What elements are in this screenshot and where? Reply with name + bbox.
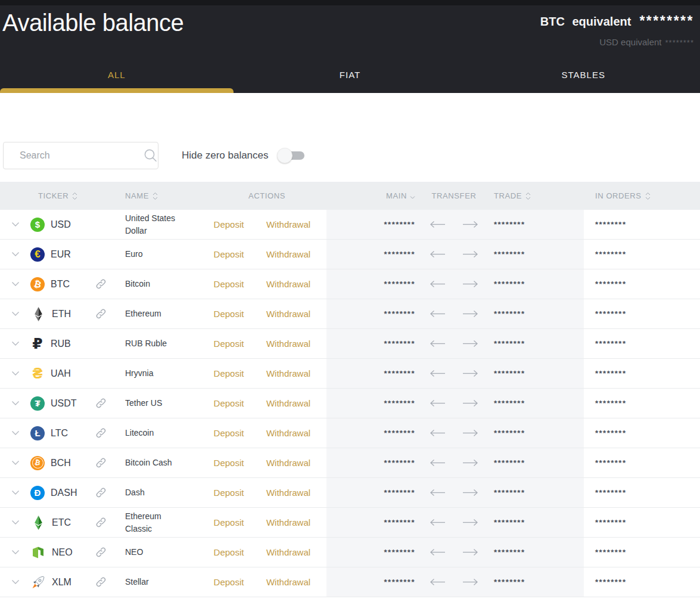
- row-expander[interactable]: [0, 299, 30, 328]
- withdrawal-link[interactable]: Withdrawal: [266, 368, 310, 378]
- transfer-left-arrow-icon[interactable]: [430, 280, 446, 288]
- deposit-link[interactable]: Deposit: [214, 219, 244, 229]
- transfer-left-arrow-icon[interactable]: [430, 578, 446, 586]
- transfer-right-arrow-icon[interactable]: [462, 399, 478, 407]
- transfer-right-arrow-icon[interactable]: [462, 280, 478, 288]
- withdrawal-link[interactable]: Withdrawal: [266, 279, 310, 289]
- transfer-left-arrow-icon[interactable]: [430, 519, 446, 526]
- row-expander[interactable]: [0, 240, 30, 269]
- deposit-link[interactable]: Deposit: [214, 339, 244, 349]
- withdrawal-link[interactable]: Withdrawal: [266, 577, 310, 587]
- withdrawal-link[interactable]: Withdrawal: [266, 398, 310, 408]
- transfer-left-arrow-icon[interactable]: [430, 250, 446, 258]
- row-expander[interactable]: [0, 478, 30, 507]
- transfer-left-arrow-icon[interactable]: [430, 221, 446, 228]
- main-balance-value: ********: [384, 280, 415, 288]
- deposit-link[interactable]: Deposit: [214, 279, 244, 289]
- transfer-right-arrow-icon[interactable]: [462, 459, 478, 467]
- transfer-left-arrow-icon[interactable]: [430, 399, 446, 407]
- chain-link-icon[interactable]: [95, 397, 107, 409]
- row-expander[interactable]: [0, 508, 30, 537]
- link-cell: [94, 567, 118, 597]
- transfer-right-arrow-icon[interactable]: [462, 370, 478, 377]
- row-expander[interactable]: [0, 538, 30, 567]
- deposit-cell: Deposit: [207, 240, 250, 269]
- deposit-link[interactable]: Deposit: [214, 547, 244, 557]
- deposit-link[interactable]: Deposit: [214, 398, 244, 408]
- chain-link-icon[interactable]: [95, 576, 107, 588]
- withdrawal-link[interactable]: Withdrawal: [266, 488, 310, 498]
- chain-link-icon[interactable]: [95, 308, 107, 320]
- link-cell: [94, 299, 118, 328]
- withdrawal-link[interactable]: Withdrawal: [266, 517, 310, 527]
- column-header-in-orders[interactable]: IN ORDERS: [584, 182, 700, 210]
- row-expander[interactable]: [0, 359, 30, 388]
- transfer-right-arrow-icon[interactable]: [462, 310, 478, 318]
- hide-zero-toggle[interactable]: [277, 148, 304, 163]
- transfer-right-arrow-icon[interactable]: [462, 250, 478, 258]
- deposit-link[interactable]: Deposit: [214, 488, 244, 498]
- tab-stables[interactable]: STABLES: [466, 57, 700, 93]
- deposit-link[interactable]: Deposit: [214, 368, 244, 378]
- main-balance-value: ********: [384, 250, 415, 259]
- deposit-link[interactable]: Deposit: [214, 458, 244, 468]
- column-header-name[interactable]: NAME: [118, 182, 207, 210]
- transfer-left-arrow-icon[interactable]: [430, 340, 446, 347]
- deposit-link[interactable]: Deposit: [214, 249, 244, 259]
- deposit-link[interactable]: Deposit: [214, 309, 244, 319]
- row-expander[interactable]: [0, 210, 30, 239]
- transfer-left-arrow-icon[interactable]: [430, 429, 446, 437]
- transfer-right-arrow-icon[interactable]: [462, 429, 478, 437]
- main-balance-cell: ********: [326, 567, 424, 597]
- row-expander[interactable]: [0, 269, 30, 299]
- deposit-link[interactable]: Deposit: [214, 428, 244, 438]
- chain-link-icon[interactable]: [95, 427, 107, 439]
- chevron-down-icon: [11, 222, 20, 227]
- row-expander[interactable]: [0, 418, 30, 448]
- ltc-coin-icon: Ł: [30, 426, 45, 440]
- withdrawal-link[interactable]: Withdrawal: [266, 309, 310, 319]
- deposit-link[interactable]: Deposit: [214, 577, 244, 587]
- transfer-right-arrow-icon[interactable]: [462, 221, 478, 228]
- transfer-right-arrow-icon[interactable]: [462, 519, 478, 526]
- column-header-ticker[interactable]: TICKER: [30, 182, 94, 210]
- withdrawal-link[interactable]: Withdrawal: [266, 219, 310, 229]
- deposit-link[interactable]: Deposit: [214, 517, 244, 527]
- ticker-cell: ₿ BCH: [30, 448, 94, 477]
- transfer-left-arrow-icon[interactable]: [430, 548, 446, 556]
- withdrawal-link[interactable]: Withdrawal: [266, 458, 310, 468]
- column-header-trade[interactable]: TRADE: [484, 182, 584, 210]
- chain-link-icon[interactable]: [95, 457, 107, 469]
- tab-all[interactable]: ALL: [0, 57, 234, 93]
- transfer-right-arrow-icon[interactable]: [462, 578, 478, 586]
- ticker-label: ETC: [52, 517, 71, 528]
- transfer-right-arrow-icon[interactable]: [462, 489, 478, 497]
- transfer-cell: [424, 240, 484, 269]
- transfer-left-arrow-icon[interactable]: [430, 489, 446, 497]
- transfer-left-arrow-icon[interactable]: [430, 459, 446, 467]
- row-expander[interactable]: [0, 567, 30, 597]
- chain-link-icon[interactable]: [95, 546, 107, 558]
- withdrawal-link[interactable]: Withdrawal: [266, 249, 310, 259]
- transfer-left-arrow-icon[interactable]: [430, 370, 446, 377]
- ticker-label: BCH: [51, 458, 71, 468]
- chain-link-icon[interactable]: [95, 486, 107, 499]
- row-expander[interactable]: [0, 389, 30, 418]
- row-expander[interactable]: [0, 329, 30, 358]
- search-input[interactable]: [20, 150, 143, 161]
- usd-equivalent-label: USD equivalent: [599, 37, 661, 47]
- withdrawal-link[interactable]: Withdrawal: [266, 339, 310, 349]
- column-header-main[interactable]: MAIN: [326, 182, 424, 210]
- transfer-right-arrow-icon[interactable]: [462, 340, 478, 347]
- tab-fiat[interactable]: FIAT: [234, 57, 467, 93]
- transfer-right-arrow-icon[interactable]: [462, 548, 478, 556]
- withdrawal-link[interactable]: Withdrawal: [266, 547, 310, 557]
- chain-link-icon[interactable]: [95, 278, 107, 290]
- row-expander[interactable]: [0, 448, 30, 477]
- chain-link-icon[interactable]: [95, 516, 107, 529]
- trade-balance-value: ********: [494, 548, 525, 557]
- transfer-left-arrow-icon[interactable]: [430, 310, 446, 318]
- search-box[interactable]: [3, 142, 158, 169]
- main-balance-value: ********: [384, 548, 415, 557]
- withdrawal-link[interactable]: Withdrawal: [266, 428, 310, 438]
